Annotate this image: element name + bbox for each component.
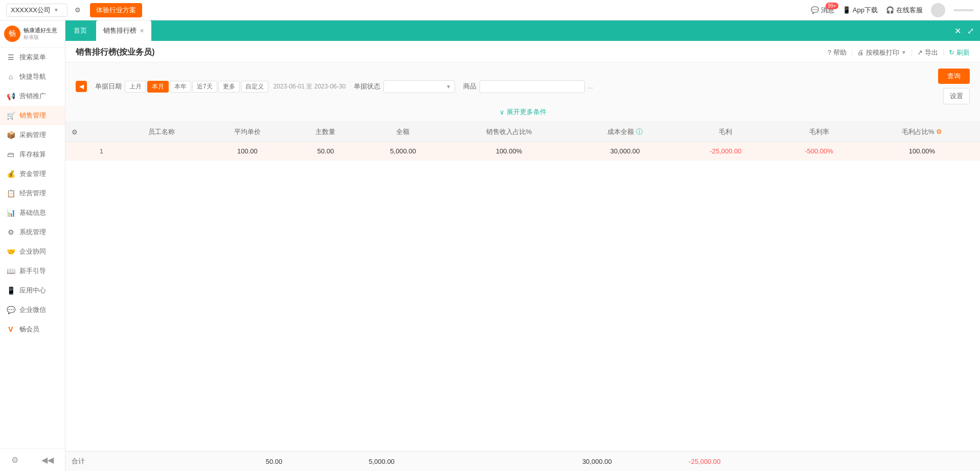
filter-right-btns: 查询 设置 (938, 69, 970, 104)
query-button[interactable]: 查询 (938, 69, 970, 84)
filter-settings-button[interactable]: 设置 (943, 88, 970, 104)
sidebar-label-member: 畅会员 (19, 325, 39, 334)
sidebar-label-system: 系统管理 (19, 228, 46, 237)
online-service-button[interactable]: 🎧 在线客服 (886, 6, 923, 15)
sidebar-item-wechat[interactable]: 💬 企业微信 (0, 300, 65, 320)
cell-gross-rate: -500.00% (774, 142, 863, 161)
system-icon: ⚙ (6, 228, 15, 237)
tab-close-all-icon[interactable]: ✕ (952, 24, 963, 38)
cell-amount: 5,000.00 (361, 142, 445, 161)
help-icon: ? (828, 49, 831, 56)
sidebar-label-base: 基础信息 (19, 208, 46, 217)
cell-qty: 50.00 (290, 142, 361, 161)
sidebar-item-guide[interactable]: 📖 新手引导 (0, 261, 65, 281)
date-btn-last-month[interactable]: 上月 (125, 81, 146, 93)
table-footer: 合计 50.00 5,000.00 30,000.00 -25,000.00 (65, 451, 980, 471)
date-filter: 单据日期 上月 本月 本年 近7天 更多 自定义 2023-06-01 至 20… (95, 81, 346, 93)
sidebar-item-finance[interactable]: 💰 资金管理 (0, 164, 65, 184)
status-select[interactable] (383, 80, 455, 93)
refresh-button[interactable]: ↻ 刷新 (949, 48, 970, 57)
search-menu-icon: ☰ (6, 53, 15, 62)
sidebar-item-search[interactable]: ☰ 搜索菜单 (0, 48, 65, 67)
date-btn-this-year[interactable]: 本年 (170, 81, 191, 93)
table-header-row: ⚙ 员工名称 平均单价 主数量 全额 销售收入占比% 成本全额 ⓘ 毛利 毛利率… (65, 122, 980, 142)
app-label: App下载 (853, 6, 878, 15)
sidebar-label-sales: 销售管理 (19, 111, 46, 120)
sidebar-label-search: 搜索菜单 (19, 53, 46, 62)
page-title: 销售排行榜(按业务员) (76, 47, 155, 58)
app-icon: 📱 (842, 6, 851, 14)
wechat-icon: 💬 (6, 305, 15, 315)
header-actions: ? 帮助 🖨 按模板打印 ▼ ↗ 导出 (828, 48, 970, 57)
sidebar-label-purchase: 采购管理 (19, 130, 46, 140)
chevron-down-expand-icon: ∨ (499, 108, 505, 116)
col-gear[interactable]: ⚙ (65, 122, 84, 142)
cell-name (119, 142, 204, 161)
settings-icon[interactable]: ⚙ (71, 3, 85, 17)
col-qty: 主数量 (290, 122, 361, 142)
goods-filter-label: 商品 (463, 82, 476, 91)
trial-button[interactable]: 体验行业方案 (90, 3, 142, 17)
message-badge: 99+ (826, 3, 838, 9)
logo-area: 畅 畅康通好生意 标准版 (0, 20, 65, 48)
date-btn-custom[interactable]: 自定义 (241, 81, 268, 93)
sidebar: 畅 畅康通好生意 标准版 ☰ 搜索菜单 ⌂ 快捷导航 📢 营销推广 🛒 销售管理… (0, 20, 65, 471)
help-button[interactable]: ? 帮助 (828, 48, 847, 57)
sidebar-label-collab: 企业协同 (19, 247, 46, 256)
status-select-wrapper: ▼ (383, 80, 455, 93)
sidebar-item-operation[interactable]: 📋 经营管理 (0, 184, 65, 203)
user-name (953, 9, 974, 11)
help-label: 帮助 (833, 48, 847, 57)
tab-close-icon[interactable]: ✕ (140, 28, 144, 34)
tab-sales-rank-label: 销售排行榜 (103, 26, 136, 35)
sidebar-label-wechat: 企业微信 (19, 305, 46, 315)
col-gross-pct: 毛利占比% ⚙ (864, 122, 980, 142)
print-button[interactable]: 🖨 按模板打印 ▼ (857, 48, 906, 57)
tab-sales-rank[interactable]: 销售排行榜 ✕ (96, 20, 151, 41)
sidebar-item-purchase[interactable]: 📦 采购管理 (0, 125, 65, 145)
sidebar-item-sales[interactable]: 🛒 销售管理 (0, 106, 65, 125)
main-area: 首页 销售排行榜 ✕ ✕ ⤢ 销售排行榜(按业务员) ? 帮助 (65, 20, 980, 471)
member-icon: V (6, 325, 15, 334)
sidebar-label-inventory: 库存核算 (19, 150, 46, 159)
col-sales-pct: 销售收入占比% (445, 122, 573, 142)
date-btn-7days[interactable]: 近7天 (192, 81, 217, 93)
avatar[interactable] (931, 3, 945, 17)
app-download-button[interactable]: 📱 App下载 (842, 6, 878, 15)
sidebar-collapse-btn[interactable]: ◀◀ (37, 453, 58, 467)
date-btn-this-month[interactable]: 本月 (147, 81, 169, 93)
filter-collapse-btn[interactable]: ◀ (76, 81, 87, 92)
sidebar-item-apps[interactable]: 📱 应用中心 (0, 281, 65, 300)
goods-filter: 商品 ... (463, 80, 593, 93)
message-button[interactable]: 💬 消息 99+ (811, 6, 834, 15)
filter-row: ◀ 单据日期 上月 本月 本年 近7天 更多 自定义 (76, 69, 970, 104)
top-bar: XXXXXX公司 ▼ ⚙ 体验行业方案 💬 消息 99+ 📱 App下载 🎧 在… (0, 0, 980, 20)
sidebar-item-marketing[interactable]: 📢 营销推广 (0, 86, 65, 106)
table-area: ⚙ 员工名称 平均单价 主数量 全额 销售收入占比% 成本全额 ⓘ 毛利 毛利率… (65, 122, 980, 451)
table-row: 1 100.00 50.00 5,000.00 100.00% 30,000.0… (65, 142, 980, 161)
export-button[interactable]: ↗ 导出 (917, 48, 938, 57)
sidebar-item-base[interactable]: 📊 基础信息 (0, 203, 65, 222)
tab-home[interactable]: 首页 (65, 20, 95, 41)
status-filter: 单据状态 ▼ (354, 80, 455, 93)
sidebar-item-member[interactable]: V 畅会员 (0, 320, 65, 339)
expand-more-btn[interactable]: ∨ 展开更多条件 (76, 104, 970, 118)
date-btn-more[interactable]: 更多 (218, 81, 240, 93)
sidebar-item-inventory[interactable]: 🗃 库存核算 (0, 145, 65, 164)
print-label: 按模板打印 (866, 48, 899, 57)
goods-input[interactable] (480, 80, 585, 93)
more-options-icon[interactable]: ... (588, 83, 593, 90)
sidebar-item-system[interactable]: ⚙ 系统管理 (0, 222, 65, 242)
sidebar-item-shortcut[interactable]: ⌂ 快捷导航 (0, 67, 65, 86)
company-selector[interactable]: XXXXXX公司 ▼ (6, 4, 67, 17)
cell-sales-pct: 100.00% (445, 142, 573, 161)
sidebar-settings-btn[interactable]: ⚙ (7, 453, 22, 467)
sidebar-item-collab[interactable]: 🤝 企业协同 (0, 242, 65, 261)
collab-icon: 🤝 (6, 247, 15, 256)
sidebar-bottom: ⚙ ◀◀ (0, 448, 65, 471)
inventory-icon: 🗃 (6, 150, 15, 159)
tab-bar-right: ✕ ⤢ (952, 24, 980, 38)
footer-total-label: 合计 (72, 457, 112, 466)
tab-maximize-icon[interactable]: ⤢ (965, 24, 976, 38)
col-avg-price: 平均单价 (204, 122, 290, 142)
